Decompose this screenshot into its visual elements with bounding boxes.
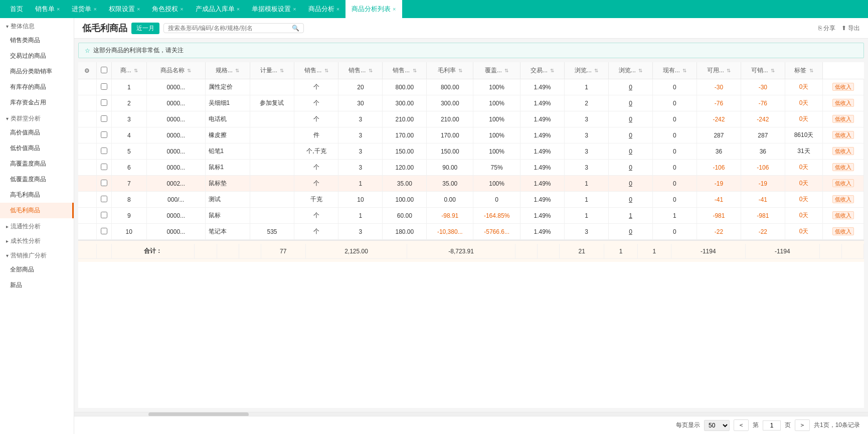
sidebar-item-high-value[interactable]: 高价值商品 [0,125,74,140]
col-available-stock[interactable]: 可用... ⇅ [697,62,741,79]
sidebar-item-traded-products[interactable]: 交易过的商品 [0,48,74,64]
row-browse1[interactable]: 0 [608,192,652,208]
nav-item-sales[interactable]: 销售单 × [29,0,66,18]
row-checkbox[interactable] [96,224,111,240]
row-checkbox[interactable] [96,143,111,160]
export-button[interactable]: ⬆ 导出 [841,24,860,33]
row-browse1[interactable]: 0 [608,95,652,111]
col-gross-margin[interactable]: 毛利率 ⇅ [427,62,473,79]
nav-item-home[interactable]: 首页 [4,0,29,18]
horizontal-scrollbar[interactable] [74,412,868,416]
row-checkbox[interactable] [96,127,111,143]
close-icon[interactable]: × [93,6,96,12]
nav-item-product-storage[interactable]: 产成品入库单 × [190,0,246,18]
col-spec[interactable]: 规格... ⇅ [205,62,250,79]
sidebar-group-liquidity[interactable]: ▸ 流通性分析 [0,218,74,233]
row-browse1[interactable]: 0 [608,79,652,95]
row-checkbox[interactable] [96,79,111,95]
row-checkbox[interactable] [96,111,111,127]
row-sellable-days: 0天 [785,79,822,95]
sidebar-item-low-margin[interactable]: 低毛利商品 [0,203,74,218]
row-checkbox[interactable] [96,160,111,176]
col-sales-amount[interactable]: 销售... ⇅ [383,62,427,79]
sidebar-item-all-products[interactable]: 全部商品 [0,262,74,277]
current-page-input[interactable] [763,420,781,430]
sidebar-item-low-coverage[interactable]: 低覆盖度商品 [0,172,74,187]
row-checkbox[interactable] [96,208,111,224]
nav-item-template[interactable]: 单据模板设置 × [246,0,302,18]
col-sales-qty[interactable]: 销售... ⇅ [294,62,338,79]
row-browse1[interactable]: 0 [608,127,652,143]
close-icon[interactable]: × [293,6,296,12]
row-select-checkbox[interactable] [101,148,107,154]
row-gross-margin: 100% [473,143,520,160]
col-current-stock[interactable]: 现有... ⇅ [652,62,697,79]
col-sellable-days[interactable]: 可销... ⇅ [741,62,785,79]
col-trade-count[interactable]: 交易... ⇅ [520,62,565,79]
sidebar-item-stock-products[interactable]: 有库存的商品 [0,79,74,95]
sidebar-item-sales-products[interactable]: 销售类商品 [0,33,74,48]
row-checkbox[interactable] [96,192,111,208]
close-icon[interactable]: × [393,6,396,12]
share-button[interactable]: ⎘ 分享 [818,24,835,33]
row-select-checkbox[interactable] [101,180,107,186]
col-browse1[interactable]: 浏览... ⇅ [565,62,609,79]
row-browse1[interactable]: 0 [608,111,652,127]
prev-page-button[interactable]: ＜ [734,419,749,431]
sidebar-item-stock-capital[interactable]: 库存资金占用 [0,95,74,110]
sidebar-item-high-coverage[interactable]: 高覆盖度商品 [0,156,74,172]
row-tag: 低收入 [823,111,864,127]
row-browse1[interactable]: 0 [608,224,652,240]
close-icon[interactable]: × [237,6,240,12]
row-select-checkbox[interactable] [101,115,107,122]
close-icon[interactable]: × [336,6,339,12]
sidebar-item-category-rate[interactable]: 商品分类助销率 [0,64,74,79]
row-select-checkbox[interactable] [101,131,107,138]
close-icon[interactable]: × [180,6,183,12]
row-select-checkbox[interactable] [101,212,107,218]
nav-item-permission[interactable]: 权限设置 × [103,0,146,18]
sidebar-group-cluster[interactable]: ▾ 类群堂分析 [0,110,74,125]
row-select-checkbox[interactable] [101,83,107,90]
row-select-checkbox[interactable] [101,99,107,106]
col-code[interactable]: 商... ⇅ [111,62,146,79]
col-tag[interactable]: 标签 ⇅ [785,62,822,79]
select-all-checkbox[interactable] [101,67,107,73]
col-name[interactable]: 商品名称 ⇅ [146,62,205,79]
nav-item-purchase[interactable]: 进货单 × [66,0,102,18]
col-browse2[interactable]: 浏览... ⇅ [608,62,652,79]
sidebar-item-high-margin[interactable]: 高毛利商品 [0,187,74,203]
close-icon[interactable]: × [57,6,60,12]
time-filter-button[interactable]: 近一月 [131,23,159,34]
close-icon[interactable]: × [137,6,140,12]
row-select-checkbox[interactable] [101,196,107,202]
row-checkbox[interactable] [96,95,111,111]
row-browse1[interactable]: 0 [608,176,652,192]
sidebar-group-marketing[interactable]: ▾ 营销推广分析 [0,247,74,262]
sidebar-group-growth[interactable]: ▸ 成长性分析 [0,233,74,247]
nav-item-product-analysis[interactable]: 商品分析 × [302,0,345,18]
search-icon[interactable]: 🔍 [292,25,299,32]
row-available-stock: -30 [741,79,785,95]
sidebar-item-new-products[interactable]: 新品 [0,277,74,293]
search-input[interactable] [168,25,292,32]
row-sales-amount: 35.00 [427,176,473,192]
nav-item-analysis-list[interactable]: 商品分析列表 × [345,0,402,18]
sidebar-item-low-value[interactable]: 低价值商品 [0,140,74,156]
row-browse1[interactable]: 0 [608,143,652,160]
next-page-button[interactable]: ＞ [795,419,810,431]
row-browse1[interactable]: 1 [608,208,652,224]
col-coverage[interactable]: 覆盖... ⇅ [473,62,520,79]
row-select-checkbox[interactable] [101,164,107,170]
total-spec [217,244,239,259]
row-checkbox[interactable] [96,176,111,192]
nav-item-role[interactable]: 角色授权 × [146,0,189,18]
row-select-checkbox[interactable] [101,228,107,234]
col-unit[interactable]: 计量... ⇅ [250,62,294,79]
col-sales-price[interactable]: 销售... ⇅ [338,62,383,79]
per-page-select[interactable]: 50 20 100 [704,420,730,431]
sidebar-group-overall[interactable]: ▾ 整体信息 [0,18,74,33]
col-checkbox[interactable] [96,62,111,79]
col-settings[interactable]: ⚙ [78,62,96,79]
row-browse1[interactable]: 0 [608,160,652,176]
